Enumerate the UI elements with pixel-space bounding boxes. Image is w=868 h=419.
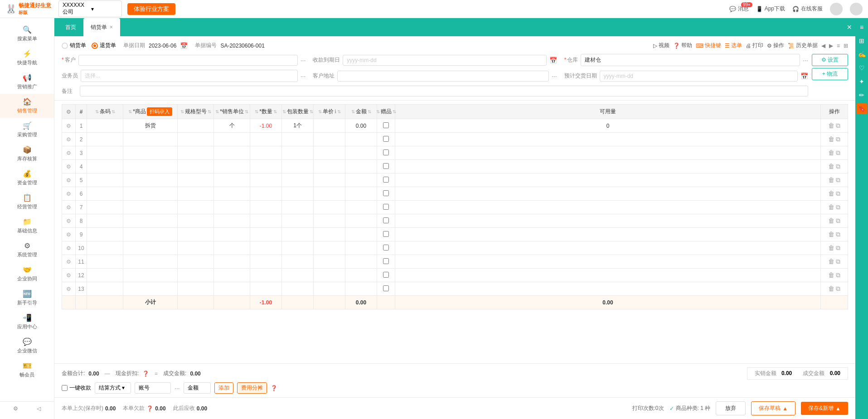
right-panel-item-1[interactable]: ≡ xyxy=(856,22,867,33)
row-barcode-cell[interactable] xyxy=(87,201,123,214)
row-unit-cell[interactable] xyxy=(214,214,250,228)
row-price-cell[interactable] xyxy=(314,160,345,173)
salesman-input[interactable]: 选择... xyxy=(81,70,298,82)
row-spec-cell[interactable] xyxy=(178,146,214,160)
sort-price2[interactable]: ⇅ xyxy=(337,109,341,114)
sort-amount[interactable]: ⇅ xyxy=(351,109,355,114)
avatar2[interactable] xyxy=(850,3,863,15)
row-settings-icon[interactable]: ⚙ xyxy=(66,272,71,279)
row-gift-checkbox[interactable] xyxy=(383,258,389,264)
row-qty-cell[interactable] xyxy=(250,133,282,146)
row-gift-cell[interactable] xyxy=(377,228,395,241)
row-unit-cell[interactable] xyxy=(214,173,250,187)
sort-unit2[interactable]: ⇅ xyxy=(245,109,248,114)
remark-input[interactable] xyxy=(80,86,808,96)
sort-barcode[interactable]: ⇅ xyxy=(95,109,99,114)
tab-close-icon[interactable]: × xyxy=(110,24,113,30)
sidebar-item-basic-info[interactable]: 📁 基础信息 xyxy=(0,214,54,238)
amount-input[interactable]: 金额 xyxy=(184,382,211,394)
row-delete-icon[interactable]: 🗑 xyxy=(828,231,834,238)
row-copy-icon[interactable]: ⧉ xyxy=(836,135,840,143)
row-qty-cell[interactable]: -1.00 xyxy=(250,119,282,133)
row-gift-checkbox[interactable] xyxy=(383,122,389,128)
row-gift-checkbox[interactable] xyxy=(383,204,389,210)
return-order-radio[interactable]: 退货单 xyxy=(92,42,116,49)
row-unit-cell[interactable] xyxy=(214,133,250,146)
sidebar-item-sales[interactable]: 🏠 销售管理 xyxy=(0,94,54,118)
row-copy-icon[interactable]: ⧉ xyxy=(836,271,840,279)
row-delete-icon[interactable]: 🗑 xyxy=(828,190,834,197)
sales-order-radio[interactable]: 销货单 xyxy=(62,42,86,49)
row-spec-cell[interactable] xyxy=(178,133,214,146)
sidebar-item-search[interactable]: 🔍 搜索菜单 xyxy=(0,22,54,46)
col-settings-icon[interactable]: ⚙ xyxy=(66,109,71,115)
row-copy-icon[interactable]: ⧉ xyxy=(836,163,840,170)
row-spec-cell[interactable] xyxy=(178,173,214,187)
row-gift-cell[interactable] xyxy=(377,269,395,282)
fee-help-icon[interactable]: ❓ xyxy=(271,385,277,391)
row-gift-checkbox[interactable] xyxy=(383,231,389,237)
sidebar-item-membership[interactable]: 🎫 畅会员 xyxy=(0,358,54,382)
row-settings-icon[interactable]: ⚙ xyxy=(66,136,71,143)
sort-price[interactable]: ⇅ xyxy=(318,109,322,114)
row-gift-checkbox[interactable] xyxy=(383,177,389,183)
sort-spec2[interactable]: ⇅ xyxy=(208,109,211,114)
row-pack-qty-cell[interactable]: 1个 xyxy=(282,119,314,133)
row-qty-cell[interactable] xyxy=(250,255,282,269)
receive-date-input[interactable]: yyyy-mm-dd xyxy=(343,55,546,66)
online-service-btn[interactable]: 🎧 在线客服 xyxy=(792,5,823,13)
row-price-cell[interactable] xyxy=(314,133,345,146)
row-settings-icon[interactable]: ⚙ xyxy=(66,177,71,183)
app-download-btn[interactable]: 📱 App下载 xyxy=(756,5,785,13)
fee-btn[interactable]: 费用分摊 xyxy=(237,382,267,394)
row-price-cell[interactable] xyxy=(314,214,345,228)
salesman-more-icon[interactable]: ··· xyxy=(301,72,306,80)
col-settings[interactable]: ⚙ xyxy=(62,105,76,119)
row-gift-checkbox[interactable] xyxy=(383,285,389,291)
right-panel-item-3[interactable]: ✍ xyxy=(856,49,867,60)
row-qty-cell[interactable] xyxy=(250,214,282,228)
row-qty-cell[interactable] xyxy=(250,173,282,187)
logistics-btn[interactable]: + 物流 xyxy=(812,68,848,80)
row-delete-icon[interactable]: 🗑 xyxy=(828,135,834,143)
row-spec-cell[interactable] xyxy=(178,228,214,241)
row-copy-icon[interactable]: ⧉ xyxy=(836,258,840,265)
row-unit-cell[interactable] xyxy=(214,146,250,160)
row-copy-icon[interactable]: ⧉ xyxy=(836,203,840,211)
row-amount-cell[interactable] xyxy=(345,173,377,187)
expected-delivery-input[interactable]: yyyy-mm-dd xyxy=(600,71,798,82)
row-unit-cell[interactable] xyxy=(214,228,250,241)
row-unit-cell[interactable] xyxy=(214,201,250,214)
row-product-cell[interactable] xyxy=(123,255,178,269)
row-unit-cell[interactable] xyxy=(214,255,250,269)
row-delete-icon[interactable]: 🗑 xyxy=(828,258,834,265)
row-gift-cell[interactable] xyxy=(377,146,395,160)
sort-unit[interactable]: ⇅ xyxy=(215,109,219,114)
row-pack-qty-cell[interactable] xyxy=(282,201,314,214)
row-gift-checkbox[interactable] xyxy=(383,245,389,250)
price-info-icon[interactable]: ℹ xyxy=(335,109,336,115)
row-product-cell[interactable] xyxy=(123,133,178,146)
tab-home[interactable]: 首页 xyxy=(58,18,83,36)
sort-gift[interactable]: ⇅ xyxy=(376,109,380,114)
row-barcode-cell[interactable] xyxy=(87,160,123,173)
row-gift-cell[interactable] xyxy=(377,173,395,187)
row-copy-icon[interactable]: ⧉ xyxy=(836,231,840,238)
nav-next-icon[interactable]: ▶ xyxy=(829,43,833,49)
row-settings-icon[interactable]: ⚙ xyxy=(66,150,71,156)
sort-pack2[interactable]: ⇅ xyxy=(310,109,313,114)
date-calendar-icon[interactable]: 📅 xyxy=(180,42,188,49)
row-pack-qty-cell[interactable] xyxy=(282,187,314,201)
row-gift-cell[interactable] xyxy=(377,255,395,269)
customer-input[interactable] xyxy=(78,55,298,66)
sort-qty[interactable]: ⇅ xyxy=(255,109,258,114)
row-price-cell[interactable] xyxy=(314,255,345,269)
right-panel-item-5[interactable]: ✦ xyxy=(856,76,867,87)
row-spec-cell[interactable] xyxy=(178,282,214,296)
sort-gift2[interactable]: ⇅ xyxy=(393,109,396,114)
row-amount-cell[interactable] xyxy=(345,133,377,146)
row-unit-cell[interactable] xyxy=(214,269,250,282)
window-close-icon[interactable]: × xyxy=(847,23,852,32)
row-settings-icon[interactable]: ⚙ xyxy=(66,245,71,251)
row-copy-icon[interactable]: ⧉ xyxy=(836,122,840,129)
